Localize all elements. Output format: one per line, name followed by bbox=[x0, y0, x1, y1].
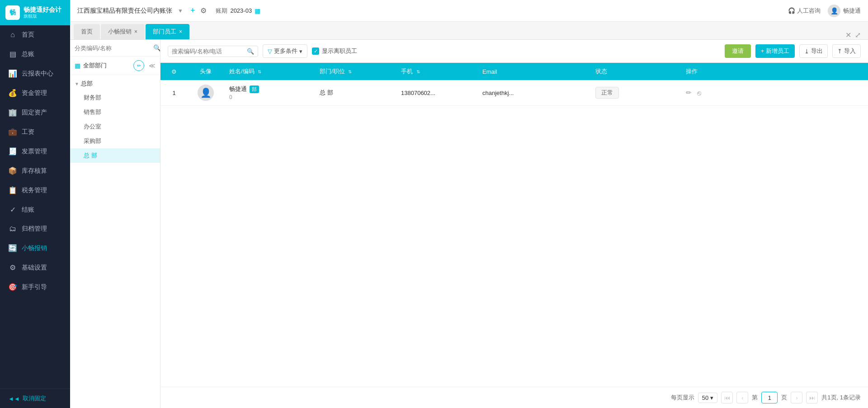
last-page-button[interactable]: ⏭ bbox=[806, 392, 818, 403]
tab-department[interactable]: 部门员工 × bbox=[146, 24, 189, 39]
logout-icon[interactable]: ⎋ bbox=[697, 89, 701, 97]
col-name[interactable]: 姓名/编码 ⇅ bbox=[224, 63, 314, 80]
page-number-input[interactable] bbox=[761, 392, 778, 403]
sidebar-item-label: 新手引导 bbox=[22, 283, 47, 291]
sidebar-item-label: 总账 bbox=[22, 50, 34, 58]
filter-label: 更多条件 bbox=[274, 47, 297, 55]
tax-icon: 📋 bbox=[8, 186, 17, 195]
left-panel: 🔍 ▦ 全部部门 ✏ ≪ ▼ 总部 财务部 销售部 办公室 采购部 总 部 bbox=[70, 40, 160, 408]
sidebar-item-archive[interactable]: 🗂 归档管理 bbox=[0, 219, 70, 238]
add-company-button[interactable]: + bbox=[190, 6, 195, 15]
logo-title: 畅捷通好会计 bbox=[24, 6, 61, 14]
col-avatar: 头像 bbox=[188, 63, 224, 80]
sidebar-item-capital[interactable]: 💰 资金管理 bbox=[0, 83, 70, 103]
employee-name-text: 畅捷通 bbox=[229, 85, 247, 93]
first-page-button[interactable]: ⏮ bbox=[721, 392, 733, 403]
add-employee-button[interactable]: + 新增员工 bbox=[755, 44, 795, 58]
expand-window-icon[interactable]: ⤢ bbox=[855, 31, 861, 39]
dept-item-finance[interactable]: 财务部 bbox=[70, 90, 160, 105]
name-sort-icon: ⇅ bbox=[258, 69, 261, 74]
cell-email: chanjethkj... bbox=[477, 80, 590, 106]
dept-item-office[interactable]: 办公室 bbox=[70, 119, 160, 134]
dept-item-sales[interactable]: 销售部 bbox=[70, 105, 160, 119]
col-dept[interactable]: 部门/职位 ⇅ bbox=[314, 63, 396, 80]
settings-icon: ⚙ bbox=[8, 263, 17, 272]
employee-search-icon[interactable]: 🔍 bbox=[247, 48, 254, 55]
show-resigned-toggle[interactable]: ✓ 显示离职员工 bbox=[312, 47, 357, 55]
company-dropdown-icon[interactable]: ▼ bbox=[178, 8, 183, 14]
employee-table: ⚙ 头像 姓名/编码 ⇅ 部门/职位 ⇅ 手机 bbox=[160, 63, 868, 387]
sidebar-scroll: ⌂ 首页 ▤ 总账 📊 云报表中心 💰 资金管理 🏢 固定资产 💼 工资 🧾 发… bbox=[0, 25, 70, 389]
per-page-select[interactable]: 50 ▾ bbox=[698, 393, 717, 403]
phone-sort-icon: ⇅ bbox=[416, 69, 420, 74]
import-label: 导入 bbox=[844, 47, 856, 55]
dept-tree: ▼ 总部 财务部 销售部 办公室 采购部 总 部 bbox=[70, 75, 160, 408]
sidebar-item-reports[interactable]: 📊 云报表中心 bbox=[0, 64, 70, 83]
show-resigned-checkbox[interactable]: ✓ bbox=[312, 47, 319, 55]
settings-icon[interactable]: ⚙ bbox=[200, 6, 207, 15]
pagination: 每页显示 50 ▾ ⏮ ‹ 第 页 › ⏭ 共1页, 1条记录 bbox=[160, 387, 868, 408]
dept-group-hq[interactable]: ▼ 总部 bbox=[70, 77, 160, 90]
sidebar-item-ledger[interactable]: ▤ 总账 bbox=[0, 44, 70, 64]
user-name: 畅捷通 bbox=[843, 7, 861, 15]
sidebar-item-invoice[interactable]: 🧾 发票管理 bbox=[0, 142, 70, 161]
sidebar-item-expenses[interactable]: 🔄 小畅报销 bbox=[0, 238, 70, 258]
support-button[interactable]: 🎧 人工咨询 bbox=[788, 7, 821, 15]
dept-search-icon[interactable]: 🔍 bbox=[153, 44, 160, 52]
next-page-button[interactable]: › bbox=[791, 392, 802, 403]
period-value: 2023-03 bbox=[230, 7, 252, 14]
employee-search-input[interactable] bbox=[172, 48, 244, 55]
sidebar-item-label: 库存核算 bbox=[22, 167, 47, 175]
sidebar-unpin[interactable]: ◄◄ 取消固定 bbox=[0, 389, 70, 408]
sidebar-item-label: 归档管理 bbox=[22, 225, 47, 233]
ledger-icon: ▤ bbox=[8, 50, 17, 58]
sidebar-item-inventory[interactable]: 📦 库存核算 bbox=[0, 161, 70, 180]
sidebar-item-label: 发票管理 bbox=[22, 147, 47, 156]
col-phone[interactable]: 手机 ⇅ bbox=[396, 63, 477, 80]
cell-status: 正常 bbox=[590, 80, 680, 106]
company-name: 江西服宝精品有限责任公司内账张 bbox=[77, 7, 172, 15]
sidebar-item-home[interactable]: ⌂ 首页 bbox=[0, 25, 70, 44]
inventory-icon: 📦 bbox=[8, 166, 17, 175]
dept-search-input[interactable] bbox=[75, 45, 151, 52]
tab-expand-icons: ✕ ⤢ bbox=[842, 31, 864, 39]
edit-icon[interactable]: ✏ bbox=[686, 89, 692, 97]
cell-index: 1 bbox=[160, 80, 188, 106]
capital-icon: 💰 bbox=[8, 89, 17, 97]
calendar-icon[interactable]: ▦ bbox=[255, 7, 260, 14]
archive-icon: 🗂 bbox=[8, 225, 17, 233]
tab-department-label: 部门员工 bbox=[153, 28, 176, 36]
sidebar-item-label: 税务管理 bbox=[22, 186, 47, 195]
dept-item-general[interactable]: 总 部 bbox=[70, 148, 160, 163]
tab-expenses[interactable]: 小畅报销 × bbox=[101, 24, 145, 39]
sidebar-item-label: 小畅报销 bbox=[22, 244, 47, 252]
sidebar-item-label: 工资 bbox=[22, 128, 34, 136]
sidebar-item-label: 云报表中心 bbox=[22, 70, 53, 78]
cell-dept: 总 部 bbox=[314, 80, 396, 106]
cell-name: 畅捷通 部 0 bbox=[224, 80, 314, 106]
status-badge: 正常 bbox=[595, 87, 619, 99]
invite-button[interactable]: 邀请 bbox=[725, 44, 751, 58]
prev-page-button[interactable]: ‹ bbox=[736, 392, 748, 403]
sidebar-item-guide[interactable]: 🎯 新手引导 bbox=[0, 277, 70, 297]
filter-dropdown-icon: ▾ bbox=[299, 48, 302, 55]
filter-button[interactable]: ▽ 更多条件 ▾ bbox=[263, 44, 307, 58]
tab-expenses-close[interactable]: × bbox=[134, 29, 137, 34]
import-button[interactable]: ⤒ 导入 bbox=[832, 44, 861, 58]
sidebar-item-tax[interactable]: 📋 税务管理 bbox=[0, 180, 70, 200]
dept-edit-button[interactable]: ✏ bbox=[133, 60, 144, 71]
sidebar-item-assets[interactable]: 🏢 固定资产 bbox=[0, 103, 70, 122]
dept-search-bar: 🔍 bbox=[70, 40, 160, 57]
dept-item-purchase[interactable]: 采购部 bbox=[70, 134, 160, 148]
user-menu[interactable]: 👤 畅捷通 bbox=[828, 5, 861, 17]
sidebar-item-salary[interactable]: 💼 工资 bbox=[0, 122, 70, 142]
sidebar-item-settings[interactable]: ⚙ 基础设置 bbox=[0, 258, 70, 277]
tab-department-close[interactable]: × bbox=[179, 29, 182, 34]
close-window-icon[interactable]: ✕ bbox=[845, 31, 851, 39]
dept-collapse-icon[interactable]: ≪ bbox=[149, 62, 156, 69]
tab-home[interactable]: 首页 bbox=[74, 24, 100, 39]
export-button[interactable]: ⤓ 导出 bbox=[799, 44, 828, 58]
col-status: 状态 bbox=[590, 63, 680, 80]
col-settings[interactable]: ⚙ bbox=[160, 63, 188, 80]
sidebar-item-checkout[interactable]: ✓ 结账 bbox=[0, 200, 70, 219]
